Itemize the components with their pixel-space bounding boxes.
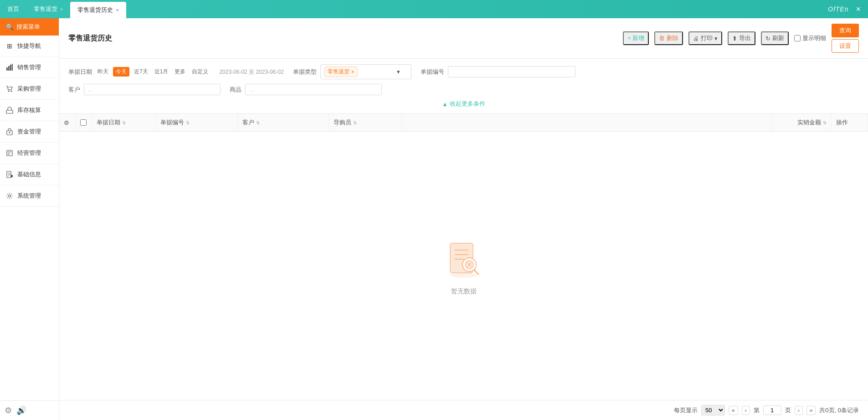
per-page-select[interactable]: 20 50 100 xyxy=(701,405,725,415)
date-btn-today[interactable]: 今天 xyxy=(113,67,129,77)
th-spacer xyxy=(402,114,772,131)
tab-retail-return-history[interactable]: 零售退货历史 × xyxy=(70,2,126,18)
date-btn-1month[interactable]: 近1月 xyxy=(153,67,170,76)
sidebar-item-quick-nav[interactable]: ⊞ 快捷导航 xyxy=(0,36,59,57)
export-button[interactable]: ⬆ 导出 xyxy=(728,31,755,45)
th-checkbox[interactable] xyxy=(76,114,92,131)
goods-select[interactable]: ... xyxy=(245,84,382,95)
print-label: 打印 xyxy=(701,34,713,42)
sidebar-item-operations-label: 经营管理 xyxy=(17,149,41,157)
top-bar: 首页 零售退货 × 零售退货历史 × OfTEn × xyxy=(0,0,868,18)
tab-retail-return-close[interactable]: × xyxy=(60,6,63,12)
sidebar-item-sales-mgmt[interactable]: 销售管理 xyxy=(0,57,59,78)
delete-button-label: 🗑 删除 xyxy=(659,34,678,42)
tab-home-label: 首页 xyxy=(7,5,19,13)
date-btn-7days[interactable]: 近7天 xyxy=(132,67,150,76)
table-header: ⚙ 单据日期 ⇅ 单据编号 ⇅ 客户 ⇅ 导购员 xyxy=(59,114,868,132)
th-guide[interactable]: 导购员 ⇅ xyxy=(329,114,402,131)
th-doc-no-sort[interactable]: ⇅ xyxy=(186,120,190,125)
empty-state: 暂无数据 xyxy=(59,132,868,400)
search-icon: 🔍 xyxy=(5,23,14,31)
sidebar-item-purchase-mgmt-label: 采购管理 xyxy=(17,85,41,93)
tab-retail-return[interactable]: 零售退货 × xyxy=(26,0,70,18)
content-area: 零售退货历史 + 新增 🗑 删除 🖨 打印 ▾ ⬆ 导出 ↻ xyxy=(59,18,868,420)
th-action: 操作 xyxy=(832,114,868,131)
page-label: 第 xyxy=(754,406,760,415)
sidebar-item-operations[interactable]: 经营管理 xyxy=(0,143,59,164)
table-area: ⚙ 单据日期 ⇅ 单据编号 ⇅ 客户 ⇅ 导购员 xyxy=(59,114,868,400)
sidebar-item-system-mgmt[interactable]: 系统管理 xyxy=(0,185,59,207)
settings-gear-icon[interactable]: ⚙ xyxy=(5,405,12,415)
refresh-button[interactable]: ↻ 刷新 xyxy=(761,31,789,45)
th-action-label: 操作 xyxy=(836,118,848,127)
th-amount-label: 实销金额 xyxy=(797,118,821,127)
goods-filter: 商品 ... xyxy=(230,84,382,95)
query-button[interactable]: 查询 xyxy=(832,24,859,37)
next-page-button[interactable]: › xyxy=(795,406,803,415)
date-btn-more[interactable]: 更多 xyxy=(173,67,187,76)
doc-type-select[interactable]: 零售退货 × ▾ xyxy=(320,64,411,79)
sidebar-item-finance-label: 资金管理 xyxy=(17,128,41,136)
inventory-icon xyxy=(5,106,14,114)
th-guide-sort[interactable]: ⇅ xyxy=(353,120,357,125)
th-doc-date[interactable]: 单据日期 ⇅ xyxy=(92,114,156,131)
total-info: 共0页, 0条记录 xyxy=(819,406,859,415)
tab-home[interactable]: 首页 xyxy=(0,0,26,18)
setting-button[interactable]: 设置 xyxy=(832,39,859,53)
tab-retail-return-history-close[interactable]: × xyxy=(116,7,118,13)
last-page-button[interactable]: » xyxy=(806,406,816,415)
collapse-icon: ▲ xyxy=(442,101,448,108)
delete-button[interactable]: 🗑 删除 xyxy=(654,31,683,45)
th-settings[interactable]: ⚙ xyxy=(59,114,76,131)
th-doc-date-sort[interactable]: ⇅ xyxy=(122,120,126,125)
svg-rect-0 xyxy=(6,67,8,71)
prev-page-button[interactable]: ‹ xyxy=(742,406,750,415)
select-all-checkbox[interactable] xyxy=(80,119,87,126)
doc-type-tag-value: 零售退货 xyxy=(328,68,349,76)
sidebar-item-inventory[interactable]: 库存核算 xyxy=(0,100,59,121)
volume-icon[interactable]: 🔊 xyxy=(16,405,26,415)
date-filter: 单据日期 昨天 今天 近7天 近1月 更多 自定义 xyxy=(68,67,210,77)
th-customer-label: 客户 xyxy=(242,118,254,127)
show-detail-checkbox-container[interactable]: 显示明细 xyxy=(794,34,826,42)
sidebar-item-base-info-label: 基础信息 xyxy=(17,170,41,179)
date-range-label: 2023-06-02 至 2023-06-02 xyxy=(219,68,283,76)
tab-retail-return-history-label: 零售退货历史 xyxy=(77,6,113,14)
th-amount-sort[interactable]: ⇅ xyxy=(823,120,827,125)
svg-rect-3 xyxy=(12,64,13,71)
sidebar: 🔍 搜索菜单 ⊞ 快捷导航 销售管理 采购管理 库存核算 xyxy=(0,18,59,420)
svg-rect-2 xyxy=(10,65,11,71)
page-title: 零售退货历史 xyxy=(68,34,112,43)
page-input[interactable] xyxy=(763,405,781,415)
date-btn-yesterday[interactable]: 昨天 xyxy=(96,67,110,76)
pagination: 每页显示 20 50 100 « ‹ 第 页 › » 共0页, 0条记录 xyxy=(59,400,868,420)
doc-type-tag-close[interactable]: × xyxy=(351,69,354,75)
purchase-mgmt-icon xyxy=(5,85,14,93)
sidebar-search[interactable]: 🔍 搜索菜单 xyxy=(0,18,59,36)
th-customer[interactable]: 客户 ⇅ xyxy=(238,114,329,131)
window-close-button[interactable]: × xyxy=(849,5,868,14)
print-button[interactable]: 🖨 打印 ▾ xyxy=(688,31,722,45)
first-page-button[interactable]: « xyxy=(729,406,738,415)
th-customer-sort[interactable]: ⇅ xyxy=(256,120,260,125)
customer-label: 客户 xyxy=(68,86,80,94)
export-label: 导出 xyxy=(739,34,751,42)
svg-point-4 xyxy=(8,91,10,92)
th-amount[interactable]: 实销金额 ⇅ xyxy=(772,114,832,131)
sidebar-item-base-info[interactable]: 基础信息 xyxy=(0,164,59,185)
date-btn-custom[interactable]: 自定义 xyxy=(190,67,210,76)
refresh-icon: ↻ xyxy=(765,35,770,42)
customer-select[interactable]: ... xyxy=(84,84,221,95)
show-detail-checkbox[interactable] xyxy=(794,35,801,41)
sidebar-item-system-mgmt-label: 系统管理 xyxy=(17,192,41,200)
quick-nav-icon: ⊞ xyxy=(5,42,14,50)
sidebar-item-finance[interactable]: 资金管理 xyxy=(0,121,59,143)
th-doc-date-label: 单据日期 xyxy=(97,118,120,127)
new-button-label: + 新增 xyxy=(627,34,644,42)
th-doc-no[interactable]: 单据编号 ⇅ xyxy=(156,114,238,131)
finance-icon xyxy=(5,128,14,136)
collapse-button[interactable]: ▲ 收起更多条件 xyxy=(442,100,485,108)
new-button[interactable]: + 新增 xyxy=(623,31,649,45)
doc-no-input[interactable] xyxy=(448,66,575,77)
sidebar-item-purchase-mgmt[interactable]: 采购管理 xyxy=(0,78,59,100)
